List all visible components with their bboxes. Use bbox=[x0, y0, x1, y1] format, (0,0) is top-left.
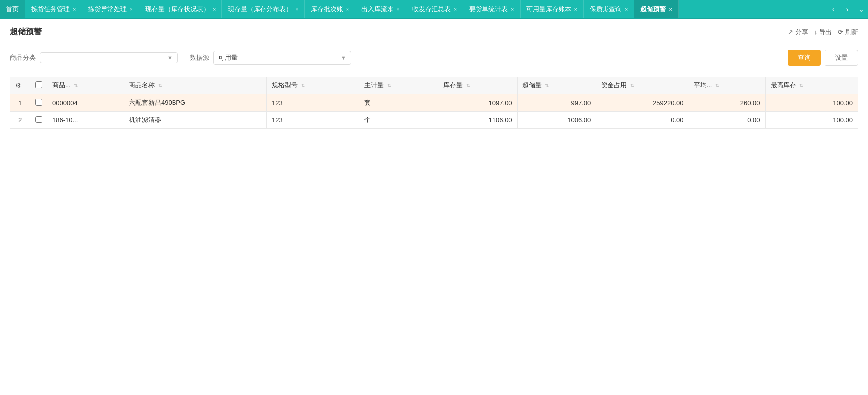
nav-pick-task[interactable]: 拣货任务管理 × bbox=[25, 0, 82, 18]
nav-label: 出入库流水 bbox=[361, 5, 393, 14]
top-navigation: 首页 拣货任务管理 × 拣货异常处理 × 现存量（库存状况表） × 现存量（库存… bbox=[0, 0, 868, 19]
nav-shelf-life[interactable]: 保质期查询 × bbox=[584, 0, 634, 18]
nav-batch-account[interactable]: 库存批次账 × bbox=[305, 0, 355, 18]
nav-next-arrow[interactable]: › bbox=[840, 0, 854, 18]
cell-product-name: 六配套新昌490BPG bbox=[124, 94, 266, 112]
th-spec[interactable]: 规格型号 ⇅ bbox=[267, 77, 359, 94]
th-stock-label: 库存量 bbox=[443, 81, 463, 89]
nav-close-pick-task[interactable]: × bbox=[73, 6, 76, 12]
datasource-value: 可用量 bbox=[218, 53, 238, 62]
nav-label: 库存批次账 bbox=[311, 5, 343, 14]
category-filter: 商品分类 ▼ bbox=[10, 52, 178, 63]
th-overstock-label: 超储量 bbox=[522, 81, 542, 89]
cell-product-code: 186-10... bbox=[47, 112, 124, 129]
nav-label: 保质期查询 bbox=[590, 5, 622, 14]
th-stock[interactable]: 库存量 ⇅ bbox=[438, 77, 518, 94]
category-chevron-icon: ▼ bbox=[167, 55, 173, 61]
page-header: 超储预警 ↗ 分享 ↓ 导出 ⟳ 刷新 bbox=[10, 27, 858, 37]
row-checkbox-cell[interactable] bbox=[30, 112, 47, 129]
share-icon: ↗ bbox=[788, 28, 793, 36]
nav-prev-arrow[interactable]: ‹ bbox=[826, 0, 840, 18]
datasource-label: 数据源 bbox=[190, 53, 209, 62]
sort-icon-avg: ⇅ bbox=[715, 83, 719, 88]
nav-close-inout-flow[interactable]: × bbox=[396, 6, 399, 12]
row-number: 2 bbox=[10, 112, 30, 129]
nav-close-shelf-life[interactable]: × bbox=[625, 6, 628, 12]
nav-pick-exception[interactable]: 拣货异常处理 × bbox=[82, 0, 139, 18]
th-unit-label: 主计量 bbox=[364, 81, 384, 89]
category-select[interactable]: ▼ bbox=[40, 52, 178, 63]
nav-close-stock-status[interactable]: × bbox=[213, 6, 216, 12]
row-checkbox-cell[interactable] bbox=[30, 94, 47, 112]
nav-close-summary[interactable]: × bbox=[454, 6, 457, 12]
nav-close-overstock-warning[interactable]: × bbox=[669, 6, 672, 12]
main-content: 超储预警 ↗ 分享 ↓ 导出 ⟳ 刷新 商品分类 ▼ 数据源 bbox=[0, 19, 868, 395]
data-table: ⚙ 商品... ⇅ 商品名称 ⇅ 规格型号 ⇅ 主计量 bbox=[10, 77, 858, 129]
sort-icon-capital: ⇅ bbox=[630, 83, 634, 88]
cell-avg: 260.00 bbox=[689, 94, 765, 112]
cell-spec: 123 bbox=[267, 112, 359, 129]
nav-label: 可用量库存账本 bbox=[526, 5, 571, 14]
th-capital[interactable]: 资金占用 ⇅ bbox=[596, 77, 689, 94]
filter-action-buttons: 查询 设置 bbox=[788, 50, 858, 66]
export-button[interactable]: ↓ 导出 bbox=[814, 28, 832, 37]
nav-label: 拣货异常处理 bbox=[88, 5, 127, 14]
nav-close-demand-stats[interactable]: × bbox=[511, 6, 514, 12]
nav-label: 要货单统计表 bbox=[469, 5, 508, 14]
th-product-code-label: 商品... bbox=[52, 81, 71, 89]
table-row: 1 0000004 六配套新昌490BPG 123 套 1097.00 997.… bbox=[10, 94, 858, 112]
cell-capital: 0.00 bbox=[596, 112, 689, 129]
nav-home-label: 首页 bbox=[6, 5, 19, 14]
nav-close-pick-exception[interactable]: × bbox=[130, 6, 132, 12]
select-all-checkbox[interactable] bbox=[35, 81, 42, 88]
nav-label: 收发存汇总表 bbox=[412, 5, 451, 14]
th-overstock[interactable]: 超储量 ⇅ bbox=[517, 77, 596, 94]
row-number: 1 bbox=[10, 94, 30, 112]
cell-max-stock: 100.00 bbox=[765, 94, 858, 112]
row-checkbox[interactable] bbox=[35, 99, 42, 106]
refresh-button[interactable]: ⟳ 刷新 bbox=[838, 28, 858, 37]
nav-stock-dist[interactable]: 现存量（库存分布表） × bbox=[222, 0, 304, 18]
cell-unit: 个 bbox=[359, 112, 438, 129]
th-product-code[interactable]: 商品... ⇅ bbox=[47, 77, 124, 94]
th-spec-label: 规格型号 bbox=[272, 81, 298, 89]
gear-icon: ⚙ bbox=[15, 82, 21, 89]
nav-arrow-controls: ‹ › ⌄ bbox=[826, 0, 868, 18]
refresh-label: 刷新 bbox=[845, 28, 858, 37]
sort-icon-unit: ⇅ bbox=[387, 83, 391, 88]
nav-summary[interactable]: 收发存汇总表 × bbox=[406, 0, 463, 18]
row-checkbox[interactable] bbox=[35, 116, 42, 123]
th-unit[interactable]: 主计量 ⇅ bbox=[359, 77, 438, 94]
cell-spec: 123 bbox=[267, 94, 359, 112]
share-label: 分享 bbox=[795, 28, 808, 37]
header-actions: ↗ 分享 ↓ 导出 ⟳ 刷新 bbox=[788, 28, 859, 37]
export-icon: ↓ bbox=[814, 28, 818, 36]
nav-demand-stats[interactable]: 要货单统计表 × bbox=[463, 0, 520, 18]
sort-icon-product-code: ⇅ bbox=[74, 83, 78, 88]
nav-close-batch-account[interactable]: × bbox=[346, 6, 349, 12]
th-max-stock[interactable]: 最高库存 ⇅ bbox=[765, 77, 858, 94]
th-gear[interactable]: ⚙ bbox=[10, 77, 30, 94]
datasource-select[interactable]: 可用量 ▼ bbox=[213, 51, 351, 65]
cell-stock: 1097.00 bbox=[438, 94, 518, 112]
nav-home[interactable]: 首页 bbox=[0, 0, 25, 18]
cell-max-stock: 100.00 bbox=[765, 112, 858, 129]
cell-overstock: 1006.00 bbox=[517, 112, 596, 129]
filter-bar: 商品分类 ▼ 数据源 可用量 ▼ 查询 设置 bbox=[10, 45, 858, 71]
datasource-filter: 数据源 可用量 ▼ bbox=[190, 51, 351, 65]
nav-close-available-account[interactable]: × bbox=[574, 6, 577, 12]
table-row: 2 186-10... 机油滤清器 123 个 1106.00 1006.00 … bbox=[10, 112, 858, 129]
settings-button[interactable]: 设置 bbox=[825, 50, 858, 66]
nav-available-account[interactable]: 可用量库存账本 × bbox=[521, 0, 584, 18]
share-button[interactable]: ↗ 分享 bbox=[788, 28, 808, 37]
nav-inout-flow[interactable]: 出入库流水 × bbox=[355, 0, 406, 18]
th-checkbox[interactable] bbox=[30, 77, 47, 94]
nav-more-arrow[interactable]: ⌄ bbox=[854, 0, 868, 18]
cell-product-code: 0000004 bbox=[47, 94, 124, 112]
th-product-name[interactable]: 商品名称 ⇅ bbox=[124, 77, 266, 94]
nav-stock-status[interactable]: 现存量（库存状况表） × bbox=[139, 0, 222, 18]
nav-close-stock-dist[interactable]: × bbox=[295, 6, 298, 12]
query-button[interactable]: 查询 bbox=[788, 50, 821, 66]
th-avg[interactable]: 平均... ⇅ bbox=[689, 77, 765, 94]
nav-overstock-warning[interactable]: 超储预警 × bbox=[634, 0, 678, 18]
